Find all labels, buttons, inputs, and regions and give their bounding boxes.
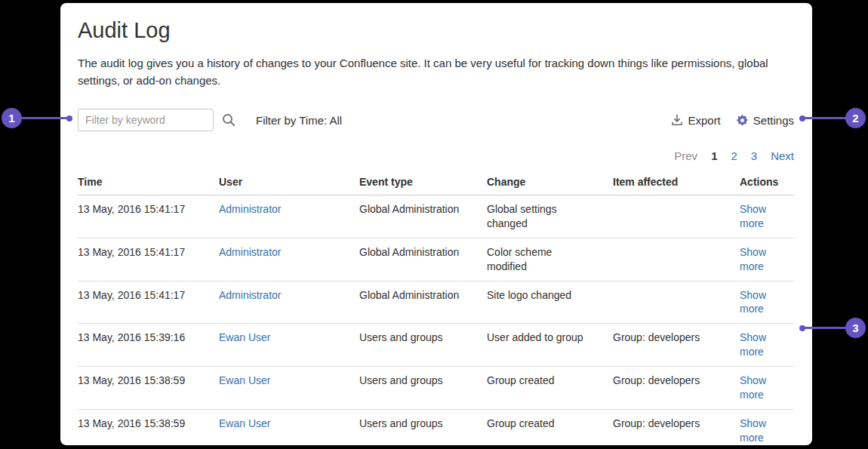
cell-event-type: Users and groups [359, 409, 487, 445]
pagination-page-3[interactable]: 3 [751, 149, 757, 162]
user-link[interactable]: Administrator [219, 289, 281, 301]
cell-user: Administrator [219, 195, 359, 238]
cell-time: 13 May, 2016 15:39:16 [78, 324, 219, 367]
cell-time: 13 May, 2016 15:38:59 [78, 409, 219, 445]
header-change: Change [487, 171, 613, 195]
search-icon[interactable] [221, 112, 236, 128]
audit-log-panel: Audit Log The audit log gives you a hist… [60, 3, 812, 445]
settings-label: Settings [753, 114, 794, 127]
cell-user: Administrator [219, 238, 359, 281]
toolbar-actions: Export Settings [671, 114, 794, 127]
table-row: 13 May, 2016 15:39:16 Ewan User Users an… [78, 324, 794, 367]
cell-event-type: Users and groups [359, 324, 487, 367]
table-header-row: Time User Event type Change Item affecte… [78, 171, 794, 195]
show-more-link[interactable]: Show more [740, 417, 766, 444]
cell-change: Group created [487, 367, 613, 410]
table-row: 13 May, 2016 15:38:59 Ewan User Users an… [78, 367, 794, 410]
user-link[interactable]: Ewan User [219, 417, 270, 429]
show-more-link[interactable]: Show more [740, 289, 766, 315]
cell-actions: Show more [740, 324, 794, 367]
cell-item-affected: Group: developers [613, 367, 740, 410]
cell-change: Site logo changed [487, 281, 613, 324]
callout-3-badge: 3 [845, 318, 866, 338]
pagination-prev[interactable]: Prev [674, 149, 697, 162]
show-more-link[interactable]: Show more [740, 331, 766, 358]
cell-time: 13 May, 2016 15:41:17 [78, 238, 219, 281]
callout-2-line [805, 117, 847, 119]
cell-event-type: Users and groups [359, 367, 487, 410]
table-row: 13 May, 2016 15:38:59 Ewan User Users an… [78, 409, 794, 445]
show-more-link[interactable]: Show more [740, 203, 766, 229]
header-item-affected: Item affected [613, 171, 740, 195]
audit-table-body: 13 May, 2016 15:41:17 Administrator Glob… [78, 195, 794, 446]
header-actions: Actions [740, 171, 794, 195]
cell-item-affected [613, 195, 740, 238]
cell-user: Ewan User [219, 367, 359, 410]
keyword-filter-input[interactable] [78, 109, 214, 131]
cell-change: Group created [487, 409, 613, 445]
cell-user: Ewan User [219, 409, 359, 445]
table-row: 13 May, 2016 15:41:17 Administrator Glob… [78, 195, 794, 238]
pagination-page-1: 1 [711, 149, 717, 162]
cell-item-affected: Group: developers [613, 409, 740, 445]
pagination-page-2[interactable]: 2 [731, 149, 737, 162]
show-more-link[interactable]: Show more [740, 246, 766, 272]
page-description: The audit log gives you a history of cha… [78, 55, 794, 89]
export-download-icon [671, 114, 683, 126]
callout-1-badge: 1 [2, 108, 22, 128]
user-link[interactable]: Administrator [219, 203, 281, 215]
callout-2-badge: 2 [845, 108, 866, 128]
cell-change: Global settings changed [487, 195, 613, 238]
pagination-next[interactable]: Next [771, 149, 794, 162]
cell-item-affected [613, 238, 740, 281]
audit-log-table: Time User Event type Change Item affecte… [78, 171, 794, 445]
cell-event-type: Global Administration [359, 281, 487, 324]
callout-1-dot [66, 115, 72, 121]
time-filter[interactable]: Filter by Time: All [256, 114, 342, 127]
cell-change: User added to group [487, 324, 613, 367]
cell-actions: Show more [740, 281, 794, 324]
page-title: Audit Log [78, 18, 794, 43]
cell-user: Ewan User [219, 324, 359, 367]
callout-1-line [20, 117, 68, 119]
export-label: Export [688, 114, 720, 127]
cell-time: 13 May, 2016 15:41:17 [78, 195, 219, 238]
header-user: User [219, 171, 359, 195]
settings-button[interactable]: Settings [736, 114, 794, 127]
cell-event-type: Global Administration [359, 195, 487, 238]
cell-actions: Show more [740, 409, 794, 445]
cell-actions: Show more [740, 238, 794, 281]
table-row: 13 May, 2016 15:41:17 Administrator Glob… [78, 238, 794, 281]
cell-time: 13 May, 2016 15:41:17 [78, 281, 219, 324]
export-button[interactable]: Export [671, 114, 720, 127]
pagination: Prev 1 2 3 Next [78, 149, 794, 162]
cell-event-type: Global Administration [359, 238, 487, 281]
gear-icon [736, 114, 749, 127]
cell-change: Color scheme modified [487, 238, 613, 281]
filter-bar: Filter by Time: All Export [78, 109, 794, 131]
cell-item-affected [613, 281, 740, 324]
show-more-link[interactable]: Show more [740, 374, 766, 401]
callout-2-dot [799, 115, 805, 121]
user-link[interactable]: Ewan User [219, 374, 270, 386]
user-link[interactable]: Ewan User [219, 331, 270, 343]
cell-user: Administrator [219, 281, 359, 324]
cell-actions: Show more [740, 367, 794, 410]
callout-3-dot [799, 325, 805, 331]
header-time: Time [78, 171, 219, 195]
cell-actions: Show more [740, 195, 794, 238]
cell-time: 13 May, 2016 15:38:59 [78, 367, 219, 410]
callout-3-line [805, 327, 847, 329]
header-event-type: Event type [359, 171, 487, 195]
cell-item-affected: Group: developers [613, 324, 740, 367]
table-row: 13 May, 2016 15:41:17 Administrator Glob… [78, 281, 794, 324]
user-link[interactable]: Administrator [219, 246, 281, 258]
